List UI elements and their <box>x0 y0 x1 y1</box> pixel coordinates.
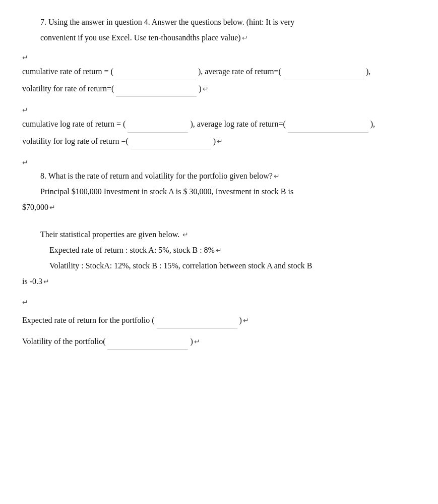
return-symbol-5: ↵ <box>49 204 55 211</box>
volatility-rate-line: volatility for rate of return=( ) ↵ <box>22 81 416 97</box>
paragraph-symbol-4: ↵ <box>22 298 416 307</box>
question7-line2: convenient if you use Excel. Use ten-tho… <box>40 31 416 44</box>
main-content: 7. Using the answer in question 4. Answe… <box>22 15 416 350</box>
volatility-portfolio-blank[interactable] <box>107 334 188 350</box>
gap-6 <box>22 330 416 334</box>
return-symbol-4: ↵ <box>274 173 280 180</box>
return-symbol-10: ↵ <box>194 335 200 349</box>
expected-return-line: Expected rate of return : stock A: 5%, s… <box>49 243 416 257</box>
paragraph-symbol-3: ↵ <box>22 158 416 167</box>
expected-portfolio-line: Expected rate of return for the portfoli… <box>22 313 416 328</box>
statistical-line: Their statistical properties are given b… <box>40 228 416 241</box>
return-symbol-1: ↵ <box>242 34 248 42</box>
question7-block: 7. Using the answer in question 4. Answe… <box>22 15 416 44</box>
volatility-rate-blank[interactable] <box>116 81 197 97</box>
average-log-blank[interactable] <box>288 117 368 132</box>
volatility-portfolio-line: Volatility of the portfolio( ) ↵ <box>22 334 416 350</box>
return-symbol-6: ↵ <box>182 231 189 239</box>
volatility-log-blank[interactable] <box>131 134 211 149</box>
return-symbol-8: ↵ <box>43 278 49 286</box>
question8-line1: 8. What is the rate of return and volati… <box>40 169 416 183</box>
return-symbol-7: ↵ <box>216 247 222 254</box>
return-symbol-2: ↵ <box>203 83 209 96</box>
gap-1 <box>22 98 416 106</box>
gap-2 <box>22 150 416 158</box>
cumulative-log-blank[interactable] <box>128 117 188 132</box>
question8-block: 8. What is the rate of return and volati… <box>22 169 416 214</box>
return-symbol-9: ↵ <box>243 314 249 328</box>
expected-portfolio-blank[interactable] <box>157 313 237 328</box>
return-symbol-3: ↵ <box>217 135 223 149</box>
cumulative-log-line: cumulative log rate of return = ( ), ave… <box>22 117 416 132</box>
question8-line2: Principal $100,000 Investment in stock A… <box>40 185 416 198</box>
gap-3 <box>22 223 416 228</box>
paragraph-symbol-2: ↵ <box>22 106 416 115</box>
gap-5 <box>22 309 416 313</box>
volatility-stat-line: Volatility : StockA: 12%, stock B : 15%,… <box>49 259 416 272</box>
paragraph-symbol-1: ↵ <box>22 53 416 62</box>
cumulative-rate-blank[interactable] <box>115 64 196 80</box>
average-rate-blank[interactable] <box>283 64 364 80</box>
gap-4 <box>22 290 416 298</box>
cumulative-rate-line: cumulative rate of return = ( ), average… <box>22 64 416 80</box>
volatility-log-line: volatility for log rate of return =( ) ↵ <box>22 134 416 149</box>
question7-line1: 7. Using the answer in question 4. Answe… <box>40 15 416 29</box>
